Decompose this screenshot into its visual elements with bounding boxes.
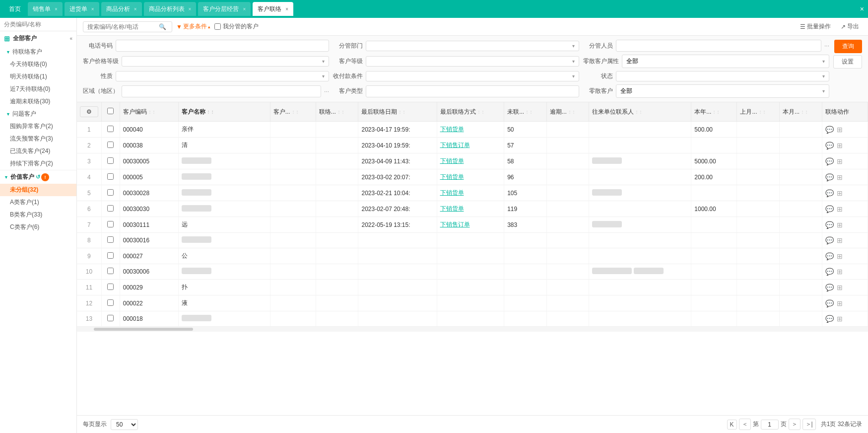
cell-check[interactable] [101,280,120,295]
tab-customer-contact[interactable]: 客户联络 × [253,2,293,16]
tab-purchase[interactable]: 进货单 × [65,2,99,16]
th-name-sort[interactable]: ⋮⋮ [206,110,214,114]
cell-check[interactable] [101,248,120,264]
grid-icon[interactable]: ⊞ [837,157,843,165]
sidebar-search-input[interactable] [4,21,77,28]
th-code-sort[interactable]: ⋮⋮ [148,110,156,114]
search-icon[interactable]: 🔍 [159,23,166,30]
reload-icon[interactable]: ↺ [36,174,40,180]
chat-icon[interactable]: 💬 [825,126,834,134]
row-checkbox[interactable] [107,236,114,243]
th-last-date-sort[interactable]: ⋮⋮ [398,110,406,114]
grid-icon[interactable]: ⊞ [837,315,843,323]
customer-type-input[interactable] [366,85,579,97]
grid-icon[interactable]: ⊞ [837,126,843,134]
payment-select[interactable]: ▾ [366,71,579,81]
th-last-method-sort[interactable]: ⋮⋮ [477,110,485,114]
pending-group[interactable]: ▼ 待联络客户 [0,46,76,58]
th-year-sort[interactable]: ⋮⋮ [712,110,720,114]
grid-icon[interactable]: ⊞ [837,252,843,260]
grid-icon[interactable]: ⊞ [837,299,843,307]
tab-goods-analysis-close[interactable]: × [134,6,137,12]
sidebar-item-churned[interactable]: 已流失客户(24) [0,145,76,157]
row-checkbox[interactable] [107,252,114,259]
nature-select[interactable]: ▾ [116,71,329,81]
row-checkbox[interactable] [107,142,114,148]
tab-customer-tier-close[interactable]: × [243,6,246,12]
sidebar-item-7days-pending[interactable]: 近7天待联络(0) [0,83,76,95]
region-input[interactable] [122,85,321,97]
my-customers-check[interactable] [214,23,221,30]
cell-check[interactable] [101,311,120,327]
chat-icon[interactable]: 💬 [825,205,834,213]
chat-icon[interactable]: 💬 [825,299,834,307]
row-checkbox[interactable] [107,173,114,180]
row-checkbox[interactable] [107,189,114,196]
select-all-checkbox[interactable] [107,108,114,114]
more-conditions-btn[interactable]: ▼ 更多条件 ▴ [176,22,210,31]
chat-icon[interactable]: 💬 [825,157,834,165]
th-overdue-sort[interactable]: ⋮⋮ [568,110,576,114]
row-checkbox[interactable] [107,221,114,227]
last-method-link[interactable]: 下销货单 [440,205,464,212]
phone-input[interactable] [116,40,329,52]
retail-attr-select[interactable]: 全部 ▾ [622,55,829,68]
cell-check[interactable] [101,217,120,233]
close-window-btn[interactable]: × [860,5,864,13]
region-dots[interactable]: ··· [324,88,329,95]
chat-icon[interactable]: 💬 [825,252,834,260]
scrollbar-thumb[interactable] [94,328,193,331]
page-num-input[interactable] [761,420,779,430]
grid-icon[interactable]: ⊞ [837,268,843,276]
tab-goods-analysis-list-close[interactable]: × [189,6,192,12]
th-contact-sort[interactable]: ⋮⋮ [337,110,345,114]
last-method-link[interactable]: 下销货单 [440,157,464,164]
query-button[interactable]: 查询 [834,40,862,53]
sidebar-item-class-b[interactable]: B类客户(33) [0,209,76,221]
price-grade-select[interactable]: ▾ [122,56,329,67]
chat-icon[interactable]: 💬 [825,189,834,197]
grid-icon[interactable]: ⊞ [837,284,843,291]
th-uncontact-sort[interactable]: ⋮⋮ [525,110,533,114]
row-checkbox[interactable] [107,205,114,212]
chat-icon[interactable]: 💬 [825,142,834,149]
chat-icon[interactable]: 💬 [825,315,834,323]
sidebar-item-hoarding[interactable]: 囤购异常客户(2) [0,120,76,133]
tab-home[interactable]: 首页 [4,2,26,16]
th-check[interactable] [101,102,120,122]
last-method-link[interactable]: 下销货单 [440,126,464,133]
row-checkbox[interactable] [107,284,114,290]
grid-icon[interactable]: ⊞ [837,236,843,244]
sidebar-item-overdue-pending[interactable]: 逾期未联络(30) [0,95,76,108]
row-checkbox[interactable] [107,268,114,274]
row-checkbox[interactable] [107,315,114,321]
tab-customer-contact-close[interactable]: × [285,6,288,12]
grid-icon[interactable]: ⊞ [837,189,843,197]
cell-check[interactable] [101,122,120,138]
grid-icon[interactable]: ⊞ [837,173,843,181]
cell-check[interactable] [101,201,120,217]
grid-icon[interactable]: ⊞ [837,142,843,149]
tab-sales[interactable]: 销售单 × [28,2,63,16]
last-method-link[interactable]: 下销售订单 [440,142,470,148]
tab-sales-close[interactable]: × [55,6,58,12]
search-input[interactable] [87,23,157,30]
chat-icon[interactable]: 💬 [825,268,834,276]
prev-page-btn[interactable]: ＜ [739,419,751,430]
chat-icon[interactable]: 💬 [825,221,834,229]
status-select[interactable]: ▾ [616,71,829,81]
grid-icon[interactable]: ⊞ [837,205,843,213]
chat-icon[interactable]: 💬 [825,236,834,244]
cell-check[interactable] [101,233,120,248]
first-page-btn[interactable]: K [727,420,737,430]
cell-check[interactable] [101,138,120,153]
tab-customer-tier[interactable]: 客户分层经营 × [198,2,251,16]
sidebar-item-today-pending[interactable]: 今天待联络(0) [0,58,76,71]
th-partner-sort[interactable]: ⋮⋮ [635,110,643,114]
last-method-link[interactable]: 下销售订单 [440,221,470,228]
horizontal-scrollbar[interactable] [77,327,868,332]
sidebar-item-tomorrow-pending[interactable]: 明天待联络(1) [0,71,76,83]
sidebar-collapse-btn[interactable]: « [69,36,72,41]
my-customers-checkbox[interactable]: 我分管的客户 [214,22,259,31]
row-checkbox[interactable] [107,126,114,132]
